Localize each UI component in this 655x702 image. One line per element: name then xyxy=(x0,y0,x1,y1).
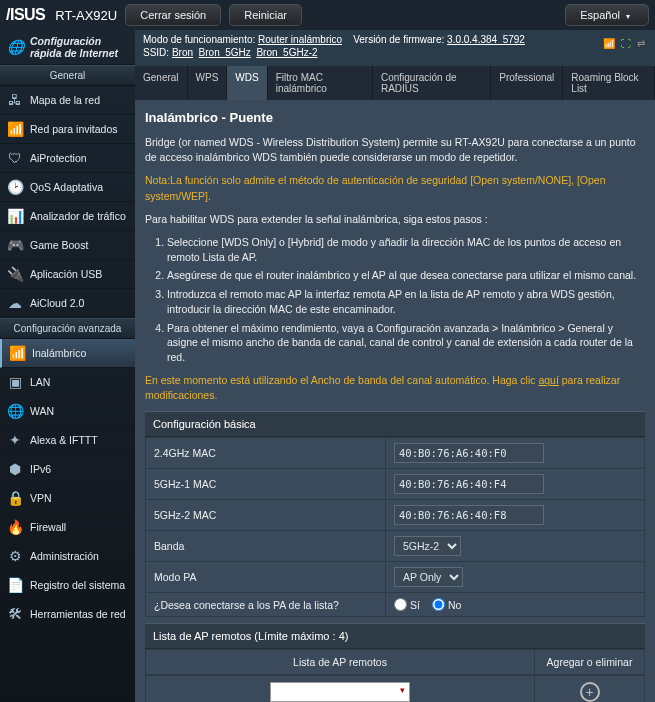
sidebar-item-lan[interactable]: ▣LAN xyxy=(0,368,135,397)
steps-intro: Para habilitar WDS para extender la seña… xyxy=(145,212,645,227)
mac24-label: 2.4GHz MAC xyxy=(146,438,386,469)
steps-list: Seleccione [WDS Only] o [Hybrid] de modo… xyxy=(145,235,645,365)
step-1: Seleccione [WDS Only] o [Hybrid] de modo… xyxy=(167,235,645,264)
wifi-icon: 📶 xyxy=(6,120,24,138)
section-basic: Configuración básica xyxy=(145,411,645,437)
ssid-2: Bron_5GHz xyxy=(199,47,251,58)
apmode-select[interactable]: AP Only xyxy=(394,567,463,587)
gamepad-icon: 🎮 xyxy=(6,236,24,254)
gear-icon: ⚙ xyxy=(6,547,24,565)
auto-channel-link[interactable]: aquí xyxy=(538,374,558,386)
sidebar-item-firewall[interactable]: 🔥Firewall xyxy=(0,513,135,542)
network-icon: 🖧 xyxy=(6,91,24,109)
sidebar-item-wan[interactable]: 🌐WAN xyxy=(0,397,135,426)
vpn-icon: 🔒 xyxy=(6,489,24,507)
brand-logo: /ISUS xyxy=(6,6,45,24)
op-mode-label: Modo de funcionamiento: xyxy=(143,34,255,45)
fw-label: Versión de firmware: xyxy=(353,34,444,45)
sidebar-section-general: General xyxy=(0,65,135,86)
tools-icon: 🛠 xyxy=(6,605,24,623)
sidebar-item-qos[interactable]: 🕑QoS Adaptativa xyxy=(0,173,135,202)
sidebar-item-ipv6[interactable]: ⬢IPv6 xyxy=(0,455,135,484)
alexa-icon: ✦ xyxy=(6,431,24,449)
note-text: Nota:La función solo admite el método de… xyxy=(145,173,645,203)
sidebar-item-aicloud[interactable]: ☁AiCloud 2.0 xyxy=(0,289,135,318)
firewall-icon: 🔥 xyxy=(6,518,24,536)
wifi-icon: 📶 xyxy=(8,344,26,362)
connect-yes[interactable]: Sí xyxy=(394,598,420,611)
band-select[interactable]: 5GHz-2 xyxy=(394,536,461,556)
sidebar-item-quick-setup[interactable]: 🌐 Configuración rápida de Internet xyxy=(0,30,135,65)
ssid-label: SSID: xyxy=(143,47,169,58)
lan-icon: ▣ xyxy=(6,373,24,391)
shield-icon: 🛡 xyxy=(6,149,24,167)
ssid-3: Bron_5GHz-2 xyxy=(256,47,317,58)
chart-icon: 📊 xyxy=(6,207,24,225)
language-select[interactable]: Español xyxy=(565,4,649,26)
app-header: /ISUS RT-AX92U Cerrar sesión Reiniciar E… xyxy=(0,0,655,30)
sidebar-item-nettools[interactable]: 🛠Herramientas de red xyxy=(0,600,135,629)
mac51-field[interactable] xyxy=(394,474,544,494)
tab-wds[interactable]: WDS xyxy=(227,66,267,100)
intro-text: Bridge (or named WDS - Wireless Distribu… xyxy=(145,135,645,165)
aplist-col1: Lista de AP remotos xyxy=(146,650,534,674)
sidebar-item-admin[interactable]: ⚙Administración xyxy=(0,542,135,571)
mac52-label: 5GHz-2 MAC xyxy=(146,500,386,531)
usb-status-icon[interactable]: ⇄ xyxy=(637,38,645,49)
page-title: Inalámbrico - Puente xyxy=(145,110,645,125)
step-2: Asegúrese de que el router inalámbrico y… xyxy=(167,268,645,283)
tab-wps[interactable]: WPS xyxy=(188,66,228,100)
aplist-inputrow: + xyxy=(145,675,645,702)
logout-button[interactable]: Cerrar sesión xyxy=(125,4,221,26)
basic-config-table: 2.4GHz MAC 5GHz-1 MAC 5GHz-2 MAC Banda 5… xyxy=(145,437,645,617)
tab-roaming-block[interactable]: Roaming Block List xyxy=(563,66,655,100)
wireless-tabs: General WPS WDS Filtro MAC inalámbrico C… xyxy=(135,66,655,100)
add-ap-button[interactable]: + xyxy=(580,682,600,702)
tab-professional[interactable]: Professional xyxy=(491,66,563,100)
ipv6-icon: ⬢ xyxy=(6,460,24,478)
ssid-1: Bron xyxy=(172,47,193,58)
globe-icon: 🌐 xyxy=(6,402,24,420)
aplist-mac-input[interactable] xyxy=(270,682,410,702)
mac52-field[interactable] xyxy=(394,505,544,525)
section-aplist: Lista de AP remotos (Límite máximo : 4) xyxy=(145,623,645,649)
log-icon: 📄 xyxy=(6,576,24,594)
sidebar: 🌐 Configuración rápida de Internet Gener… xyxy=(0,30,135,702)
globe-icon: 🌐 xyxy=(6,38,24,56)
connect-label: ¿Desea conectarse a los PA de la lista? xyxy=(146,593,386,617)
step-3: Introduzca el remoto mac AP la interfaz … xyxy=(167,287,645,316)
reboot-button[interactable]: Reiniciar xyxy=(229,4,302,26)
sidebar-item-syslog[interactable]: 📄Registro del sistema xyxy=(0,571,135,600)
auto-channel-note: En este momento está utilizando el Ancho… xyxy=(145,373,645,403)
sidebar-item-alexa[interactable]: ✦Alexa & IFTTT xyxy=(0,426,135,455)
connect-no[interactable]: No xyxy=(432,598,461,611)
sidebar-item-aiprotection[interactable]: 🛡AiProtection xyxy=(0,144,135,173)
usb-icon: 🔌 xyxy=(6,265,24,283)
cloud-icon: ☁ xyxy=(6,294,24,312)
aimesh-status-icon[interactable]: ⛶ xyxy=(621,38,631,49)
info-bar: Modo de funcionamiento: Router inalámbri… xyxy=(135,30,655,66)
aplist-col2: Agregar o eliminar xyxy=(534,650,644,674)
sidebar-item-traffic-analyzer[interactable]: 📊Analizador de tráfico xyxy=(0,202,135,231)
aplist-header: Lista de AP remotos Agregar o eliminar xyxy=(145,649,645,675)
sidebar-item-usb-app[interactable]: 🔌Aplicación USB xyxy=(0,260,135,289)
gauge-icon: 🕑 xyxy=(6,178,24,196)
fw-link[interactable]: 3.0.0.4.384_5792 xyxy=(447,34,525,45)
sidebar-item-guest-network[interactable]: 📶Red para invitados xyxy=(0,115,135,144)
tab-macfilter[interactable]: Filtro MAC inalámbrico xyxy=(268,66,373,100)
sidebar-item-network-map[interactable]: 🖧Mapa de la red xyxy=(0,86,135,115)
wifi-status-icon[interactable]: 📶 xyxy=(603,38,615,49)
band-label: Banda xyxy=(146,531,386,562)
tab-general[interactable]: General xyxy=(135,66,188,100)
mac24-field[interactable] xyxy=(394,443,544,463)
op-mode-link[interactable]: Router inalámbrico xyxy=(258,34,342,45)
content-panel: Inalámbrico - Puente Bridge (or named WD… xyxy=(135,100,655,702)
model-name: RT-AX92U xyxy=(55,8,117,23)
tab-radius[interactable]: Configuración de RADIUS xyxy=(373,66,491,100)
sidebar-item-wireless[interactable]: 📶Inalámbrico xyxy=(0,339,135,368)
step-4: Para obtener el máximo rendimiento, vaya… xyxy=(167,321,645,365)
apmode-label: Modo PA xyxy=(146,562,386,593)
mac51-label: 5GHz-1 MAC xyxy=(146,469,386,500)
sidebar-item-vpn[interactable]: 🔒VPN xyxy=(0,484,135,513)
sidebar-item-game-boost[interactable]: 🎮Game Boost xyxy=(0,231,135,260)
